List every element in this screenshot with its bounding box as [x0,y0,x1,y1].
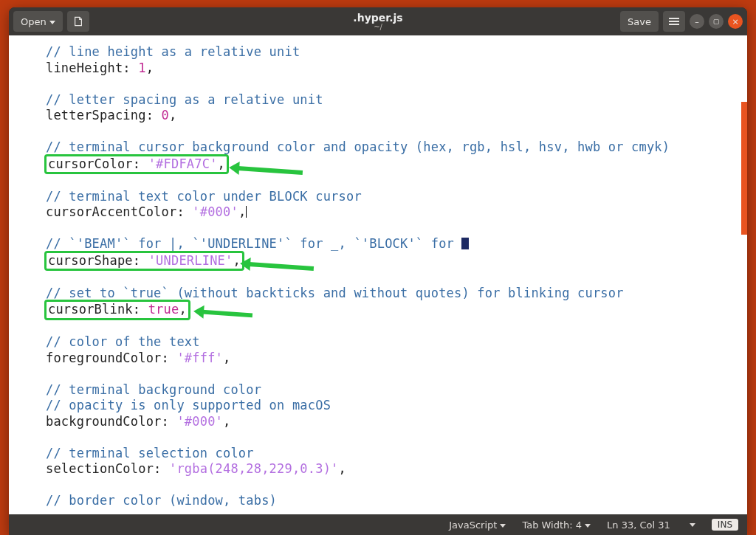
code-comment: // opacity is only supported on macOS [46,398,331,413]
window-minimize-button[interactable]: – [690,14,704,29]
open-button[interactable]: Open [13,11,63,32]
code-comment: // line height as a relative unit [46,44,300,59]
text-cursor [246,206,247,218]
chevron-down-icon [585,524,591,528]
highlight-cursor-blink: cursorBlink: true, [44,300,190,320]
chevron-down-icon[interactable] [690,523,695,527]
code-comment: // terminal selection color [46,446,254,460]
window-subtitle: ~/ [374,23,382,31]
window-title: .hyper.js [353,12,402,24]
status-language[interactable]: JavaScript [449,520,506,531]
save-label: Save [628,16,651,27]
highlight-cursor-shape: cursorShape: 'UNDERLINE', [44,251,244,272]
chevron-down-icon [49,21,55,24]
hamburger-menu-button[interactable] [663,11,685,32]
window-maximize-button[interactable]: ▢ [709,14,724,29]
window-close-button[interactable]: × [728,14,743,29]
close-icon: × [732,17,738,27]
document-new-icon [73,16,83,27]
chevron-down-icon [500,524,506,528]
code-comment: // terminal cursor background color and … [46,139,670,154]
code-content[interactable]: // line height as a relative unit lineHe… [9,44,747,509]
code-comment: // terminal text color under BLOCK curso… [46,189,362,204]
code-comment: // border color (window, tabs) [46,493,277,508]
status-bar: JavaScript Tab Width: 4 Ln 33, Col 31 IN… [9,514,747,535]
open-label: Open [21,16,47,27]
new-document-button[interactable] [67,11,89,32]
titlebar: Open .hyper.js ~/ Save – [9,7,747,35]
status-insert-mode[interactable]: INS [712,519,738,531]
minimize-icon: – [695,17,699,27]
code-comment: // `'BEAM'` for |, `'UNDERLINE'` for _, … [46,236,461,251]
status-cursor-position[interactable]: Ln 33, Col 31 [607,520,670,531]
code-comment: // color of the text [46,334,200,349]
scrollbar-thumb[interactable] [741,102,747,235]
code-comment: // terminal background color [46,382,261,397]
maximize-icon: ▢ [713,18,720,25]
save-button[interactable]: Save [620,11,659,32]
editor-viewport[interactable]: // line height as a relative unit lineHe… [9,35,747,514]
highlight-cursor-color: cursorColor: '#FDFA7C', [44,154,229,175]
hamburger-icon [669,18,679,25]
block-cursor-glyph [461,238,469,249]
code-comment: // set to `true` (without backticks and … [46,286,624,300]
editor-window: Open .hyper.js ~/ Save – [9,7,747,535]
status-tab-width[interactable]: Tab Width: 4 [522,520,591,531]
code-comment: // letter spacing as a relative unit [46,92,323,107]
